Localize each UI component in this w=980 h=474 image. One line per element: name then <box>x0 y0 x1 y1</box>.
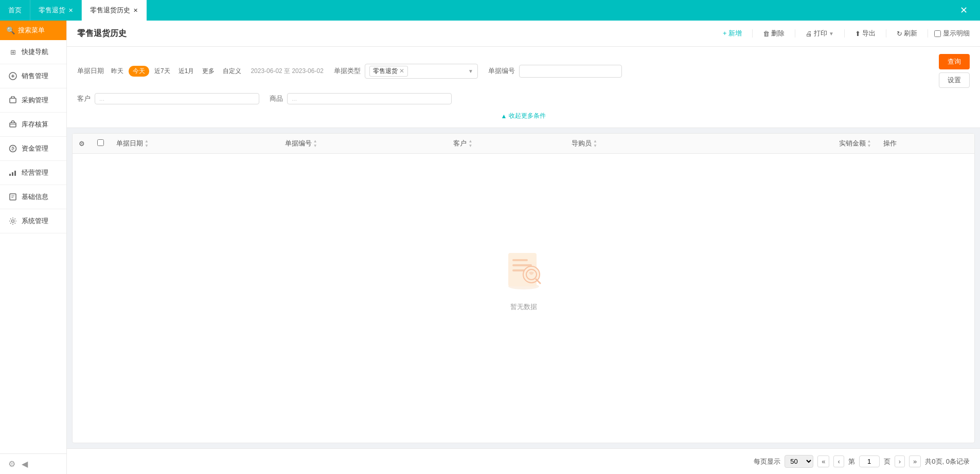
svg-rect-6 <box>14 171 16 176</box>
date-btn-today[interactable]: 今天 <box>129 66 149 77</box>
tab-retail-return-close[interactable]: ✕ <box>68 7 73 14</box>
date-btn-custom[interactable]: 自定义 <box>220 66 244 77</box>
show-detail-checkbox[interactable] <box>934 30 941 37</box>
date-btn-yesterday[interactable]: 昨天 <box>108 66 127 77</box>
col-docno-label: 单据编号 <box>285 139 312 148</box>
customer-input[interactable]: ... <box>95 93 259 104</box>
sidebar-item-basicinfo-label: 基础信息 <box>22 192 48 202</box>
page-number-input[interactable] <box>859 455 880 467</box>
collapse-row: ▲ 收起更多条件 <box>77 110 970 123</box>
tab-retail-return-history[interactable]: 零售退货历史 ✕ <box>82 0 147 21</box>
basicinfo-icon <box>8 192 17 202</box>
date-btn-1month[interactable]: 近1月 <box>175 66 198 77</box>
tab-retail-return-history-close[interactable]: ✕ <box>133 7 138 14</box>
date-filter-label: 单据日期 <box>77 66 104 76</box>
prev-page-button[interactable]: ‹ <box>833 455 844 467</box>
col-action-label: 操作 <box>883 139 897 147</box>
svg-rect-2 <box>10 123 16 127</box>
settings-bottom-icon[interactable]: ⚙ <box>8 459 15 469</box>
delete-icon: 🗑 <box>763 30 770 38</box>
col-guide-sort[interactable]: ▲ ▼ <box>593 139 597 148</box>
collapse-button[interactable]: ▲ 收起更多条件 <box>501 112 546 120</box>
tab-home-label: 首页 <box>8 6 22 15</box>
sidebar-item-operations[interactable]: 经营管理 <box>0 161 66 185</box>
col-amount[interactable]: 实销金额 ▲ ▼ <box>709 134 878 154</box>
date-btn-more[interactable]: 更多 <box>199 66 218 77</box>
col-date[interactable]: 单据日期 ▲ ▼ <box>110 134 279 154</box>
col-docno-sort[interactable]: ▲ ▼ <box>313 139 317 148</box>
tab-home[interactable]: 首页 <box>0 0 30 21</box>
next-page-button[interactable]: › <box>895 455 905 467</box>
sort-desc-icon4: ▼ <box>593 144 597 148</box>
col-checkbox[interactable] <box>91 134 110 154</box>
settings-button[interactable]: 设置 <box>939 72 970 88</box>
page-size-select[interactable]: 50 10 20 100 <box>785 455 813 468</box>
col-customer-sort[interactable]: ▲ ▼ <box>468 139 472 148</box>
svg-rect-1 <box>10 98 16 103</box>
collapse-label: 收起更多条件 <box>509 112 546 120</box>
svg-rect-11 <box>512 259 528 261</box>
print-button[interactable]: 🖨 打印 ▼ <box>801 27 838 40</box>
page-title: 零售退货历史 <box>77 28 127 39</box>
tab-retail-return[interactable]: 零售退货 ✕ <box>30 0 82 21</box>
print-label: 打印 <box>814 29 827 38</box>
main-layout: 🔍 搜索菜单 ⊞ 快捷导航 销售管理 采购管理 库存核算 <box>0 21 980 474</box>
tab-retail-return-label: 零售退货 <box>39 6 65 15</box>
docno-label: 单据编号 <box>488 66 515 76</box>
docno-input[interactable] <box>519 65 622 78</box>
sidebar-search-label: 搜索菜单 <box>18 26 45 35</box>
sidebar-item-basicinfo[interactable]: 基础信息 <box>0 185 66 209</box>
col-guide[interactable]: 导购员 ▲ ▼ <box>565 134 709 154</box>
export-button[interactable]: ⬆ 导出 <box>851 27 880 40</box>
add-button[interactable]: + 新增 <box>719 27 746 40</box>
sort-desc-icon5: ▼ <box>867 144 871 148</box>
header-actions: + 新增 🗑 删除 🖨 打印 ▼ ⬆ 导出 <box>719 27 970 40</box>
sidebar-item-system[interactable]: 系统管理 <box>0 209 66 233</box>
collapse-sidebar-icon[interactable]: ◀ <box>22 459 28 469</box>
col-settings[interactable]: ⚙ <box>73 134 91 154</box>
window-close-button[interactable]: ✕ <box>956 5 972 16</box>
col-date-sort[interactable]: ▲ ▼ <box>145 139 149 148</box>
collapse-icon: ▲ <box>501 113 507 120</box>
sidebar: 🔍 搜索菜单 ⊞ 快捷导航 销售管理 采购管理 库存核算 <box>0 21 67 474</box>
empty-text: 暂无数据 <box>510 302 537 312</box>
sidebar-item-system-label: 系统管理 <box>22 216 48 226</box>
sidebar-item-purchase-label: 采购管理 <box>22 96 48 105</box>
doctype-tag-close[interactable]: ✕ <box>399 67 404 75</box>
doctype-select[interactable]: 零售退货 ✕ ▼ <box>365 64 478 79</box>
svg-point-8 <box>12 220 14 223</box>
query-button[interactable]: 查询 <box>939 54 970 69</box>
delete-button[interactable]: 🗑 删除 <box>759 27 789 40</box>
date-btn-7days[interactable]: 近7天 <box>151 66 173 77</box>
show-detail-checkbox-label[interactable]: 显示明细 <box>934 29 970 38</box>
sidebar-search[interactable]: 🔍 搜索菜单 <box>0 21 66 40</box>
goods-input[interactable]: ... <box>287 93 452 104</box>
col-docno[interactable]: 单据编号 ▲ ▼ <box>279 134 448 154</box>
data-table: ⚙ 单据日期 ▲ ▼ <box>73 134 974 400</box>
sidebar-item-quicknav[interactable]: ⊞ 快捷导航 <box>0 40 66 64</box>
col-amount-sort[interactable]: ▲ ▼ <box>867 139 871 148</box>
sort-asc-icon3: ▲ <box>468 139 472 143</box>
sort-asc-icon: ▲ <box>145 139 149 143</box>
pagination: 每页显示 50 10 20 100 « ‹ 第 页 › » 共0页, 0条记录 <box>67 448 980 474</box>
empty-state-cell: 暂无数据 <box>73 154 974 401</box>
print-icon: 🖨 <box>806 30 812 38</box>
page-label: 第 <box>848 457 855 466</box>
table-settings-icon[interactable]: ⚙ <box>79 140 85 148</box>
sidebar-item-finance[interactable]: 资金管理 <box>0 137 66 161</box>
sidebar-item-finance-label: 资金管理 <box>22 144 48 153</box>
goods-label: 商品 <box>270 94 283 103</box>
refresh-button[interactable]: ↻ 刷新 <box>893 27 921 40</box>
system-icon <box>8 216 17 226</box>
first-page-button[interactable]: « <box>817 455 829 467</box>
sidebar-item-inventory[interactable]: 库存核算 <box>0 113 66 137</box>
col-customer[interactable]: 客户 ▲ ▼ <box>447 134 565 154</box>
customer-filter: 客户 ... <box>77 93 259 104</box>
last-page-button[interactable]: » <box>909 455 921 467</box>
goods-placeholder: ... <box>292 95 297 102</box>
sidebar-item-purchase[interactable]: 采购管理 <box>0 88 66 113</box>
select-all-checkbox[interactable] <box>97 139 104 146</box>
top-bar: 首页 零售退货 ✕ 零售退货历史 ✕ ✕ <box>0 0 980 21</box>
sort-asc-icon5: ▲ <box>867 139 871 143</box>
sidebar-item-sales[interactable]: 销售管理 <box>0 64 66 88</box>
